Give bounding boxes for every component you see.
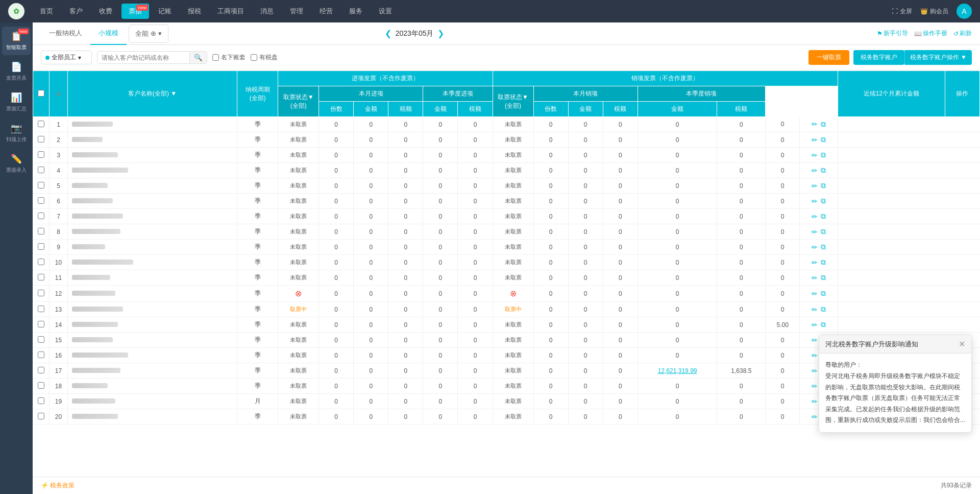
row-checkbox-15[interactable] [38, 336, 44, 343]
copy-button-5[interactable]: ⧉ [821, 181, 826, 190]
row-checkbox-3[interactable] [38, 151, 44, 158]
tax-policy-link[interactable]: ⚡ 税务政策 [41, 481, 75, 490]
edit-button-9[interactable]: ✏ [812, 243, 818, 251]
row-checkbox-14[interactable] [38, 321, 44, 327]
out-status-unget: 未取票 [502, 366, 525, 374]
edit-button-10[interactable]: ✏ [812, 258, 818, 267]
copy-button-11[interactable]: ⧉ [821, 273, 826, 282]
edit-button-19[interactable]: ✏ [812, 397, 818, 406]
select-all-checkbox[interactable] [38, 90, 44, 97]
row-checkbox-4[interactable] [38, 167, 44, 173]
copy-button-13[interactable]: ⧉ [821, 305, 826, 314]
copy-button-12[interactable]: ⧉ [821, 289, 826, 298]
nav-fee[interactable]: 收费 [92, 4, 119, 19]
nav-settings[interactable]: 设置 [372, 4, 399, 19]
sidebar-item-summary[interactable]: 📊 票据汇总 [2, 88, 31, 116]
copy-button-3[interactable]: ⧉ [821, 151, 826, 159]
nav-service[interactable]: 服务 [342, 4, 370, 19]
tab-general-taxpayer[interactable]: 一般纳税人 [41, 22, 90, 45]
edit-button-4[interactable]: ✏ [812, 167, 818, 175]
nav-operation[interactable]: 经营 [312, 4, 340, 19]
edit-button-18[interactable]: ✏ [812, 382, 818, 390]
nav-tax[interactable]: 报税 [181, 4, 208, 19]
manual-link[interactable]: 📖 操作手册 [914, 29, 947, 38]
out-status-unget: 未取票 [502, 336, 525, 344]
row-num-cell: 14 [50, 317, 68, 333]
copy-button-10[interactable]: ⧉ [821, 258, 826, 267]
edit-button-8[interactable]: ✏ [812, 228, 818, 236]
checkbox-account[interactable]: 名下账套 [212, 53, 246, 62]
nav-business[interactable]: 工商项目 [210, 4, 251, 19]
row-checkbox-18[interactable] [38, 382, 44, 389]
copy-button-2[interactable]: ⧉ [821, 135, 826, 144]
one-key-button[interactable]: 一键取票 [808, 50, 849, 65]
row-checkbox-1[interactable] [38, 121, 44, 127]
copy-button-1[interactable]: ⧉ [821, 120, 826, 129]
copy-button-6[interactable]: ⧉ [821, 197, 826, 205]
nav-bookkeeping[interactable]: 记账 [151, 4, 179, 19]
edit-button-15[interactable]: ✏ [812, 336, 818, 344]
checkbox-taxdisk[interactable]: 有税盘 [251, 53, 278, 62]
date-next-button[interactable]: ❯ [437, 29, 444, 38]
refresh-link[interactable]: ↺ 刷新 [953, 29, 972, 38]
sidebar-item-open-invoice[interactable]: 📄 发票开具 [2, 57, 31, 86]
copy-button-14[interactable]: ⧉ [821, 320, 826, 329]
edit-button-7[interactable]: ✏ [812, 213, 818, 221]
edit-button-2[interactable]: ✏ [812, 136, 818, 144]
edit-button-11[interactable]: ✏ [812, 274, 818, 282]
nav-manage[interactable]: 管理 [283, 4, 310, 19]
edit-button-12[interactable]: ✏ [812, 290, 818, 298]
digital-account-button[interactable]: 税务数字账户 [853, 50, 904, 65]
sidebar-item-entry[interactable]: ✏️ 票据录入 [2, 149, 31, 178]
nav-customer[interactable]: 客户 [62, 4, 90, 19]
row-checkbox-2[interactable] [38, 136, 44, 143]
row-checkbox-11[interactable] [38, 274, 44, 280]
tab-small-scale[interactable]: 小规模 [90, 22, 127, 45]
row-checkbox-19[interactable] [38, 397, 44, 404]
nav-message[interactable]: 消息 [253, 4, 281, 19]
member-button[interactable]: 👑 购会员 [920, 7, 948, 16]
edit-button-14[interactable]: ✏ [812, 321, 818, 329]
row-checkbox-20[interactable] [38, 413, 44, 419]
date-prev-button[interactable]: ❮ [385, 29, 391, 38]
edit-button-20[interactable]: ✏ [812, 413, 818, 421]
edit-button-6[interactable]: ✏ [812, 197, 818, 205]
nav-home[interactable]: 首页 [33, 4, 60, 19]
row-checkbox-16[interactable] [38, 351, 44, 358]
edit-button-3[interactable]: ✏ [812, 151, 818, 159]
search-input[interactable] [97, 52, 189, 63]
sidebar-item-smart-invoice[interactable]: 📋 智能取票 new [2, 27, 31, 55]
sidebar-item-scan[interactable]: 📷 扫描上传 [2, 119, 31, 147]
digital-account-dropdown[interactable]: 税务数字账户操作 ▼ [904, 50, 972, 65]
nav-invoice[interactable]: 票据 new [121, 4, 149, 19]
row-checkbox-5[interactable] [38, 182, 44, 189]
row-checkbox-6[interactable] [38, 197, 44, 204]
row-checkbox-17[interactable] [38, 367, 44, 373]
row-checkbox-9[interactable] [38, 243, 44, 250]
row-checkbox-13[interactable] [38, 305, 44, 312]
tab-full-capability[interactable]: 全能 ⊕ ▾ [129, 25, 168, 43]
new-guide-link[interactable]: ⚑ 新手引导 [877, 29, 908, 38]
edit-button-16[interactable]: ✏ [812, 351, 818, 360]
row-checkbox-8[interactable] [38, 228, 44, 234]
row-in-status-cell: ⊗ [278, 286, 319, 302]
fullscreen-button[interactable]: ⛶ 全屏 [892, 7, 912, 16]
row-checkbox-12[interactable] [38, 290, 44, 296]
copy-button-8[interactable]: ⧉ [821, 227, 826, 236]
edit-button-13[interactable]: ✏ [812, 305, 818, 314]
copy-button-4[interactable]: ⧉ [821, 166, 826, 175]
copy-button-9[interactable]: ⧉ [821, 243, 826, 251]
copy-button-7[interactable]: ⧉ [821, 212, 826, 221]
row-checkbox-7[interactable] [38, 213, 44, 219]
notification-close-button[interactable]: ✕ [959, 339, 965, 349]
row-checkbox-10[interactable] [38, 258, 44, 265]
user-avatar[interactable]: A [957, 4, 972, 19]
edit-button-5[interactable]: ✏ [812, 182, 818, 190]
edit-button-17[interactable]: ✏ [812, 367, 818, 375]
employee-select[interactable]: 全部员工 ▾ [41, 51, 92, 64]
edit-button-1[interactable]: ✏ [812, 120, 818, 128]
checkbox-account-input[interactable] [212, 54, 219, 61]
row-in-status-cell: 未取票 [278, 178, 319, 194]
search-button[interactable]: 🔍 [189, 52, 207, 63]
checkbox-taxdisk-input[interactable] [251, 54, 257, 61]
